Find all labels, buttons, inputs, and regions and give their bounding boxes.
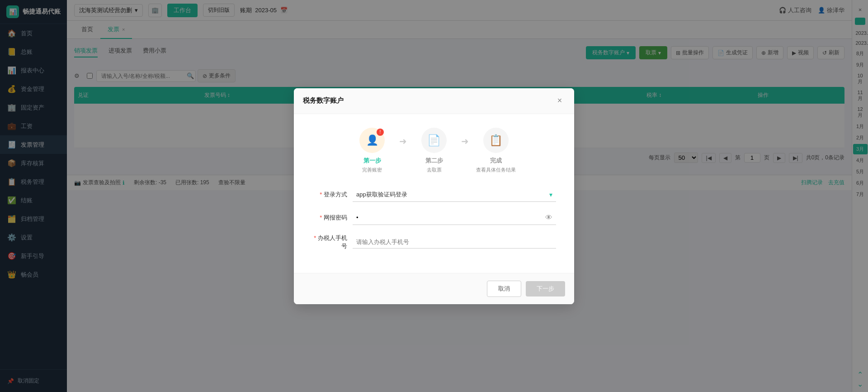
required-star: * xyxy=(320,191,322,198)
phone-input[interactable] xyxy=(353,236,556,249)
password-field: 👁 xyxy=(353,211,556,225)
login-method-select[interactable]: app获取验证码登录 ▾ xyxy=(353,188,556,202)
cancel-button[interactable]: 取消 xyxy=(487,281,521,297)
step-1-circle: 👤 ! xyxy=(359,128,385,153)
modal-title: 税务数字账户 xyxy=(303,96,344,105)
steps-row: 👤 ! 第一步 完善账密 ➜ 📄 第二步 去取票 ➜ xyxy=(312,128,556,173)
step-3-label: 完成 xyxy=(490,157,502,165)
step-1-icon: 👤 xyxy=(366,134,378,146)
login-method-label: * 登录方式 xyxy=(312,191,353,199)
step-1-desc: 完善账密 xyxy=(362,167,382,173)
phone-row: * 办税人手机号 xyxy=(312,234,556,250)
password-label: * 网报密码 xyxy=(312,214,353,222)
arrow-2: ➜ xyxy=(461,128,469,147)
step-2: 📄 第二步 去取票 xyxy=(407,128,461,173)
step-3-circle: 📋 xyxy=(483,128,509,153)
required-star-2: * xyxy=(320,214,322,221)
step-1-label: 第一步 xyxy=(363,157,381,165)
step-2-circle: 📄 xyxy=(421,128,447,153)
phone-label: * 办税人手机号 xyxy=(312,234,353,250)
step-3: 📋 完成 查看具体任务结果 xyxy=(469,128,523,173)
step-3-desc: 查看具体任务结果 xyxy=(476,167,516,173)
modal-body: 👤 ! 第一步 完善账密 ➜ 📄 第二步 去取票 ➜ xyxy=(294,114,574,273)
login-method-row: * 登录方式 app获取验证码登录 ▾ xyxy=(312,188,556,202)
step-2-icon: 📄 xyxy=(427,134,441,147)
arrow-1: ➜ xyxy=(399,128,407,147)
tax-digital-account-modal: 税务数字账户 × 👤 ! 第一步 完善账密 ➜ xyxy=(294,88,574,304)
next-button[interactable]: 下一步 xyxy=(526,281,565,296)
modal-header: 税务数字账户 × xyxy=(294,88,574,114)
password-input[interactable] xyxy=(356,214,545,221)
modal-footer: 取消 下一步 xyxy=(294,273,574,304)
step-2-label: 第二步 xyxy=(425,157,443,165)
password-row: * 网报密码 👁 xyxy=(312,211,556,225)
step-1: 👤 ! 第一步 完善账密 xyxy=(345,128,399,173)
select-down-icon: ▾ xyxy=(549,191,552,198)
required-star-3: * xyxy=(314,234,316,241)
step-3-icon: 📋 xyxy=(489,134,503,147)
modal-close-btn[interactable]: × xyxy=(554,96,565,106)
modal-overlay: 税务数字账户 × 👤 ! 第一步 完善账密 ➜ xyxy=(0,0,868,392)
eye-icon[interactable]: 👁 xyxy=(545,214,552,222)
step-2-desc: 去取票 xyxy=(427,167,442,173)
login-method-value: app获取验证码登录 xyxy=(356,191,407,199)
step-1-badge: ! xyxy=(377,129,384,136)
